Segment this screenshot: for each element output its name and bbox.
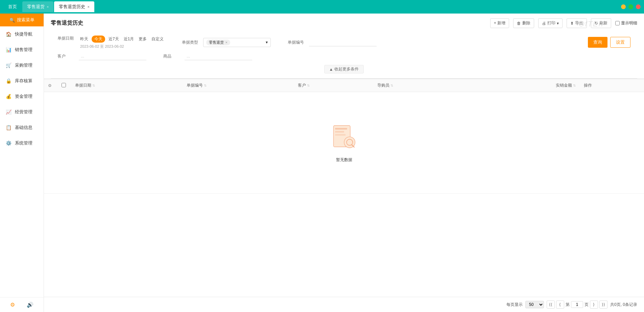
type-tag-retail-return: 零售退货 × (206, 40, 230, 45)
show-detail-checkbox-label[interactable]: 显示明细 (615, 20, 637, 26)
th-checkbox (57, 79, 71, 92)
date-opt-more[interactable]: 更多 (137, 36, 148, 43)
th-guide-label: 导购员 (377, 83, 389, 88)
sidebar-item-system-mgmt-label: 系统管理 (15, 140, 32, 146)
collapse-button-label: 收起更多条件 (334, 66, 359, 72)
th-guide-sort[interactable]: ⇅ (390, 84, 393, 87)
per-page-select[interactable]: 50 100 200 (525, 301, 544, 308)
data-table: ⚙ 单据日期 ⇅ 单据编号 ⇅ (44, 79, 644, 194)
sidebar-item-basic-info[interactable]: 📋 基础信息 (0, 120, 44, 135)
type-filter-group: 单据类型 零售退货 × ▾ (182, 38, 271, 47)
prev-page-button[interactable]: ⟨ (556, 300, 564, 309)
date-range-value: 2023-06-02 至 2023-06-02 (80, 44, 165, 49)
print-button-label: 打印 (547, 20, 555, 26)
sidebar-item-finance[interactable]: 💰 资金管理 (0, 89, 44, 104)
select-all-checkbox[interactable] (62, 83, 66, 87)
sidebar-item-inventory-label: 库存核算 (15, 78, 32, 84)
delete-button[interactable]: 🗑 删除 (513, 18, 534, 28)
type-select[interactable]: 零售退货 × ▾ (203, 38, 271, 47)
customer-input[interactable] (79, 52, 146, 60)
sidebar-item-sales-mgmt[interactable]: 📊 销售管理 (0, 42, 44, 58)
title-toolbar-row: 零售退货历史 + 新增 🗑 删除 🖨 打印 ▾ ⬆ (51, 18, 637, 28)
table-settings-icon[interactable]: ⚙ (48, 83, 52, 88)
sidebar-item-sales-mgmt-label: 销售管理 (15, 47, 32, 53)
date-filter-label: 单据日期 (57, 36, 76, 41)
sidebar-item-operations[interactable]: 📈 经营管理 (0, 104, 44, 120)
win-max-button[interactable] (628, 4, 633, 9)
th-date-sort[interactable]: ⇅ (92, 84, 95, 87)
show-detail-label: 显示明细 (621, 20, 637, 26)
basic-info-icon: 📋 (5, 125, 11, 131)
sidebar-item-quick-nav[interactable]: 🏠 快捷导航 (0, 26, 44, 42)
export-button[interactable]: ⬆ 导出 (567, 18, 587, 28)
sidebar-item-system-mgmt[interactable]: ⚙️ 系统管理 (0, 135, 44, 151)
first-page-button[interactable]: ⟨⟨ (547, 300, 555, 309)
date-opt-custom[interactable]: 自定义 (150, 36, 165, 43)
th-customer-label: 客户 (298, 83, 306, 88)
empty-text: 暂无数据 (336, 157, 352, 163)
th-date-label: 单据日期 (75, 83, 91, 88)
tab-retail-return[interactable]: 零售退货 × (22, 1, 53, 12)
query-buttons: 查询 设置 (588, 37, 630, 48)
sidebar-item-finance-label: 资金管理 (15, 93, 32, 99)
th-number: 单据编号 ⇅ (183, 79, 294, 92)
query-button[interactable]: 查询 (588, 37, 607, 48)
sidebar-settings-button[interactable]: ⚙ (10, 302, 15, 308)
refresh-icon: ↻ (595, 21, 598, 26)
tab-bar: 首页 零售退货 × 零售退货历史 × (3, 1, 621, 12)
sidebar-item-inventory[interactable]: 🔒 库存核算 (0, 73, 44, 89)
th-settings: ⚙ (44, 79, 57, 92)
table-body: 暂无数据 (44, 92, 644, 194)
refresh-button[interactable]: ↻ 刷新 (591, 18, 611, 28)
date-opt-today[interactable]: 今天 (92, 36, 105, 43)
svg-rect-2 (335, 131, 344, 133)
win-close-button[interactable] (636, 4, 641, 9)
tab-retail-return-history-close[interactable]: × (87, 5, 89, 9)
export-icon: ⬆ (570, 21, 574, 26)
collapse-button[interactable]: ▲ 收起更多条件 (324, 65, 364, 73)
last-page-button[interactable]: ⟩⟩ (599, 300, 607, 309)
pagination: 每页显示 50 100 200 ⟨⟨ ⟨ 第 页 ⟩ ⟩⟩ 共0页, 0条记录 (44, 297, 644, 312)
date-options-row: 昨天 今天 近7天 近1月 更多 自定义 (79, 36, 165, 43)
sidebar-item-purchase-mgmt[interactable]: 🛒 采购管理 (0, 58, 44, 73)
sidebar-search[interactable]: 🔍 搜索菜单 (0, 14, 44, 26)
svg-rect-3 (335, 134, 346, 136)
delete-icon: 🗑 (517, 21, 521, 26)
date-opt-7days[interactable]: 近7天 (107, 36, 120, 43)
goods-filter-label: 商品 (163, 53, 182, 59)
new-button[interactable]: + 新增 (490, 18, 509, 28)
th-number-label: 单据编号 (187, 83, 203, 88)
page-unit: 页 (585, 302, 589, 308)
sidebar: 🔍 搜索菜单 🏠 快捷导航 📊 销售管理 🛒 采购管理 🔒 库存核算 💰 资金管… (0, 14, 44, 312)
window-controls (621, 4, 641, 9)
page-input[interactable] (571, 301, 583, 308)
print-button[interactable]: 🖨 打印 ▾ (538, 18, 563, 28)
setting-button[interactable]: 设置 (610, 37, 630, 48)
voucher-input[interactable] (309, 39, 377, 46)
tab-home[interactable]: 首页 (3, 1, 22, 12)
th-customer-sort[interactable]: ⇅ (307, 84, 310, 87)
svg-rect-1 (335, 128, 347, 130)
delete-button-label: 删除 (522, 20, 530, 26)
next-page-button[interactable]: ⟩ (590, 300, 598, 309)
show-detail-checkbox[interactable] (615, 21, 620, 25)
tab-retail-return-close[interactable]: × (47, 5, 49, 9)
print-dropdown-icon: ▾ (557, 21, 559, 26)
sidebar-item-basic-info-label: 基础信息 (15, 125, 32, 131)
sidebar-volume-button[interactable]: 🔊 (27, 302, 33, 308)
search-icon: 🔍 (9, 18, 15, 23)
tab-retail-return-history[interactable]: 零售退货历史 × (54, 1, 94, 12)
th-date: 单据日期 ⇅ (71, 79, 183, 92)
content-area: 零售退货历史 + 新增 🗑 删除 🖨 打印 ▾ ⬆ (44, 14, 644, 312)
win-min-button[interactable] (621, 4, 626, 9)
type-tags: 零售退货 × (206, 40, 266, 45)
sidebar-item-purchase-mgmt-label: 采购管理 (15, 62, 32, 68)
tab-retail-return-label: 零售退货 (27, 4, 45, 10)
th-number-sort[interactable]: ⇅ (204, 84, 207, 87)
empty-icon (329, 122, 359, 153)
date-opt-yesterday[interactable]: 昨天 (79, 36, 90, 43)
date-opt-1month[interactable]: 近1月 (122, 36, 136, 43)
type-tag-close[interactable]: × (225, 40, 227, 44)
th-amount-sort[interactable]: ⇅ (573, 84, 576, 87)
goods-input[interactable] (185, 52, 252, 60)
